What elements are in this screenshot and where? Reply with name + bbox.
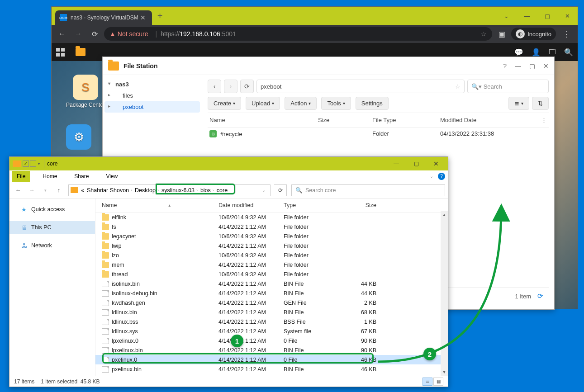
file-row[interactable]: mem4/14/2022 1:12 AMFile folder <box>95 260 448 269</box>
fs-favorite-icon[interactable]: ☆ <box>455 83 461 90</box>
ribbon-tab-file[interactable]: File <box>12 171 30 182</box>
column-header-date[interactable]: Date modified <box>218 202 284 208</box>
column-header-size[interactable]: Size <box>338 202 376 208</box>
column-header-type[interactable]: Type <box>284 202 338 208</box>
view-details-button[interactable]: ≣ <box>423 378 432 386</box>
file-row[interactable]: pxelinux.04/14/2022 1:12 AM0 File46 KB <box>95 355 448 364</box>
scroll-down-icon[interactable]: ▼ <box>441 368 448 376</box>
explorer-path-bar[interactable]: « Shahriar Shovon› Desktop› syslinux-6.0… <box>68 184 271 196</box>
explorer-minimize-button[interactable]: — <box>386 157 406 170</box>
sidebar-network[interactable]: 🖧Network <box>9 239 95 252</box>
fs-row-recycle[interactable]: ♲#recycle Folder 04/13/2022 23:31:38 <box>208 128 549 140</box>
fs-header-name[interactable]: Name <box>209 117 318 123</box>
fs-tree-item-files[interactable]: ▸files <box>104 90 200 101</box>
incognito-badge[interactable]: ◐ Incognito <box>511 28 556 40</box>
file-row[interactable]: ldlinux.bss4/14/2022 1:12 AMBSS File1 KB <box>95 317 448 326</box>
explorer-path-refresh-button[interactable]: ⟳ <box>274 184 287 196</box>
file-row[interactable]: thread10/6/2014 9:32 AMFile folder <box>95 269 448 279</box>
fs-sort-button[interactable]: ⇅ <box>532 97 549 110</box>
qat-dropdown-icon[interactable]: ▾ <box>38 162 40 166</box>
dsm-message-icon[interactable]: 💬 <box>514 48 523 57</box>
ribbon-collapse-icon[interactable]: ⌄ <box>430 174 433 179</box>
fs-settings-button[interactable]: Settings <box>356 97 389 110</box>
ribbon-tab-home[interactable]: Home <box>38 171 62 182</box>
file-row[interactable]: lwip4/14/2022 1:12 AMFile folder <box>95 241 448 250</box>
crumb-bios[interactable]: bios› <box>199 187 215 194</box>
fs-footer-refresh-icon[interactable]: ⟳ <box>537 292 543 300</box>
file-row[interactable]: isolinux-debug.bin4/14/2022 1:12 AMBIN F… <box>95 288 448 298</box>
dsm-user-icon[interactable]: 👤 <box>532 48 541 57</box>
fs-header-date[interactable]: Modified Date <box>440 117 531 123</box>
explorer-column-headers[interactable]: Name▲ Date modified Type Size <box>95 198 448 213</box>
forward-button[interactable]: → <box>71 27 85 41</box>
fs-column-options-icon[interactable]: ⋮ <box>541 117 547 123</box>
fs-close-button[interactable]: ✕ <box>543 62 549 70</box>
file-row[interactable]: lpxelinux.bin4/14/2022 1:12 AMBIN File90… <box>95 345 448 355</box>
fs-action-button[interactable]: Action▾ <box>285 97 317 110</box>
fs-path-input[interactable]: pxeboot ☆ <box>256 80 465 93</box>
qat-properties-icon[interactable]: ✓ <box>23 161 29 167</box>
desktop-icon-package-center[interactable]: S Package Center <box>66 75 105 108</box>
chrome-minimize-button[interactable]: — <box>517 7 537 25</box>
sidebar-this-pc[interactable]: 🖥This PC <box>9 221 95 234</box>
scroll-up-icon[interactable]: ▲ <box>441 211 448 218</box>
file-row[interactable]: ldlinux.bin4/14/2022 1:12 AMBIN File68 K… <box>95 307 448 317</box>
fs-tree-item-pxeboot[interactable]: ▸pxeboot <box>104 101 200 113</box>
fs-help-button[interactable]: ? <box>503 62 507 70</box>
explorer-forward-button[interactable]: → <box>26 185 38 196</box>
dsm-apps-icon[interactable] <box>56 48 65 57</box>
path-dropdown-icon[interactable]: ⌄ <box>259 188 268 193</box>
file-row[interactable]: elflink10/6/2014 9:32 AMFile folder <box>95 213 448 222</box>
explorer-titlebar[interactable]: ✓ ▾ core — ▢ ✕ <box>9 157 448 170</box>
crumb-desktop[interactable]: Desktop› <box>133 187 160 194</box>
explorer-search-input[interactable]: 🔍 Search core <box>291 184 445 196</box>
back-button[interactable]: ← <box>55 27 69 41</box>
file-row[interactable]: kwdhash.gen4/14/2022 1:12 AMGEN File2 KB <box>95 298 448 307</box>
chrome-account-chevron-icon[interactable]: ⌄ <box>496 7 517 25</box>
file-row[interactable]: isolinux.bin4/14/2022 1:12 AMBIN File44 … <box>95 279 448 288</box>
ribbon-tab-share[interactable]: Share <box>70 171 93 182</box>
file-row[interactable]: ldlinux.sys4/14/2022 1:12 AMSystem file6… <box>95 326 448 336</box>
dsm-widgets-icon[interactable]: 🗔 <box>549 48 556 56</box>
view-large-icons-button[interactable]: ▦ <box>433 378 443 386</box>
crumb-core[interactable]: core <box>215 187 229 194</box>
reload-button[interactable]: ⟳ <box>88 27 101 41</box>
fs-create-button[interactable]: Create▾ <box>208 97 241 110</box>
explorer-maximize-button[interactable]: ▢ <box>406 157 426 170</box>
fs-minimize-button[interactable]: — <box>515 62 521 70</box>
ribbon-tab-view[interactable]: View <box>101 171 122 182</box>
fs-tools-button[interactable]: Tools▾ <box>321 97 351 110</box>
file-row[interactable]: lzo10/6/2014 9:32 AMFile folder <box>95 250 448 260</box>
file-row[interactable]: pxelinux.bin4/14/2022 1:12 AMBIN File46 … <box>95 364 448 374</box>
tab-close-icon[interactable]: ✕ <box>138 14 147 21</box>
crumb-syslinux[interactable]: syslinux-6.03› <box>160 187 199 194</box>
crumb-overflow[interactable]: « <box>80 187 85 194</box>
fs-refresh-button[interactable]: ⟳ <box>240 80 254 93</box>
dsm-search-icon[interactable]: 🔍 <box>564 48 573 57</box>
dsm-filestation-shortcut-icon[interactable] <box>76 48 85 56</box>
sidebar-quick-access[interactable]: ★Quick access <box>9 203 95 216</box>
panel-icon[interactable]: ▣ <box>495 27 508 41</box>
browser-tab[interactable]: DSM nas3 - Synology VirtualDSM ✕ <box>55 10 152 25</box>
qat-newfolder-icon[interactable] <box>30 161 36 167</box>
explorer-back-button[interactable]: ← <box>12 185 24 196</box>
chrome-maximize-button[interactable]: ▢ <box>537 7 557 25</box>
column-header-name[interactable]: Name▲ <box>102 202 218 208</box>
fs-tree-root[interactable]: ▾nas3 <box>104 79 200 90</box>
file-row[interactable]: fs4/14/2022 1:12 AMFile folder <box>95 222 448 231</box>
file-row[interactable]: legacynet10/6/2014 9:32 AMFile folder <box>95 231 448 241</box>
file-station-titlebar[interactable]: File Station ? — ▢ ✕ <box>103 57 554 75</box>
fs-maximize-button[interactable]: ▢ <box>529 62 535 70</box>
ribbon-help-icon[interactable]: ? <box>438 173 445 180</box>
fs-search-input[interactable]: 🔍▾ Search <box>467 80 549 93</box>
explorer-close-button[interactable]: ✕ <box>426 157 446 170</box>
chrome-close-button[interactable]: ✕ <box>557 7 578 25</box>
fs-forward-button[interactable]: › <box>224 80 237 93</box>
fs-column-headers[interactable]: Name Size File Type Modified Date ⋮ <box>208 113 549 128</box>
bookmark-star-icon[interactable]: ☆ <box>481 30 487 38</box>
explorer-recent-dropdown[interactable]: ▾ <box>39 185 51 196</box>
chrome-menu-button[interactable]: ⋮ <box>559 29 574 39</box>
fs-back-button[interactable]: ‹ <box>208 80 221 93</box>
fs-upload-button[interactable]: Upload▾ <box>246 97 280 110</box>
fs-header-size[interactable]: Size <box>318 117 372 123</box>
